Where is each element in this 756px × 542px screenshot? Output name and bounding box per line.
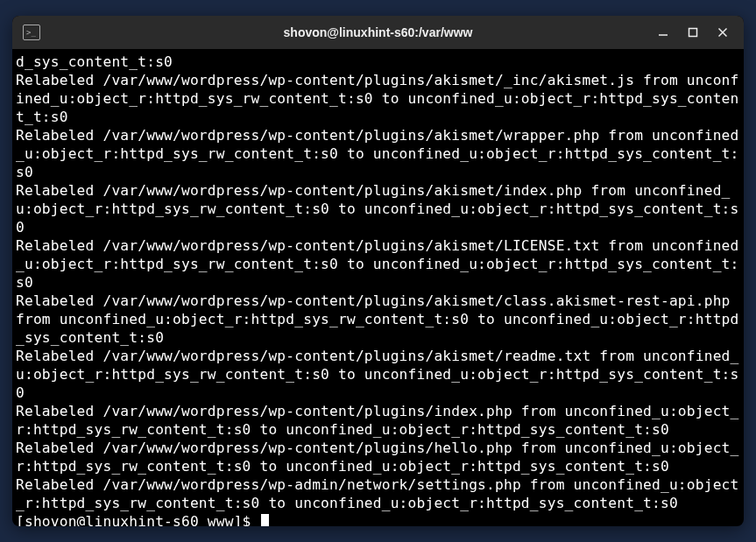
window-title: shovon@linuxhint-s60:/var/www xyxy=(284,25,473,39)
terminal-icon xyxy=(23,25,40,40)
output-text: d_sys_content_t:s0 Relabeled /var/www/wo… xyxy=(16,53,739,511)
titlebar[interactable]: shovon@linuxhint-s60:/var/www xyxy=(12,16,744,49)
maximize-button[interactable] xyxy=(686,25,700,39)
svg-rect-1 xyxy=(689,29,697,37)
terminal-window: shovon@linuxhint-s60:/var/www d_sys_cont… xyxy=(12,16,744,526)
window-controls xyxy=(656,25,730,39)
terminal-output[interactable]: d_sys_content_t:s0 Relabeled /var/www/wo… xyxy=(12,49,744,526)
cursor xyxy=(261,514,269,526)
close-button[interactable] xyxy=(716,25,730,39)
shell-prompt: [shovon@linuxhint-s60 www]$ xyxy=(16,513,259,526)
minimize-button[interactable] xyxy=(656,25,670,39)
